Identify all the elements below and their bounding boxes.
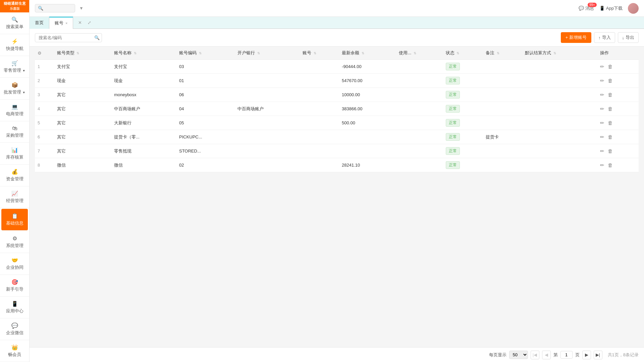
cell-bank-4 <box>235 116 300 130</box>
tab-expand-window[interactable]: ⤢ <box>85 19 93 27</box>
table-search-icon[interactable]: 🔍 <box>94 35 100 40</box>
sidebar-item-10[interactable]: ⚙系统管理 <box>0 231 29 253</box>
tab-accounts-label: 账号 <box>55 20 63 26</box>
nav-label-2: 零售管理 <box>4 68 21 73</box>
delete-btn-3[interactable]: 🗑 <box>608 106 613 112</box>
table-body: 1 支付宝 支付宝 03 -90444.00 正常 ✏ 🗑 2 现金 现金 01… <box>35 60 639 172</box>
edit-btn-2[interactable]: ✏ <box>600 92 604 98</box>
cell-num-6: 7 <box>35 144 54 158</box>
delete-btn-5[interactable]: 🗑 <box>608 134 613 140</box>
import-button[interactable]: ↑ 导入 <box>594 32 615 43</box>
cell-action-7: ✏ 🗑 <box>597 158 639 172</box>
last-page-btn[interactable]: ▶| <box>594 351 602 359</box>
sidebar-item-1[interactable]: ⚡快捷导航 <box>0 34 29 56</box>
sidebar-item-2[interactable]: 🛒零售管理 ▼ <box>0 56 29 78</box>
tab-accounts[interactable]: 账号 × <box>49 17 73 29</box>
import-icon: ↑ <box>598 35 601 40</box>
col-default-payment[interactable]: 默认结算方式 ⇅ <box>522 47 597 60</box>
cell-action-3: ✏ 🗑 <box>597 102 639 116</box>
edit-btn-3[interactable]: ✏ <box>600 106 604 112</box>
col-usage[interactable]: 使用... ⇅ <box>396 47 443 60</box>
col-settings[interactable]: ⚙ <box>35 47 54 60</box>
col-code[interactable]: 账号编码 ⇅ <box>176 47 235 60</box>
page-input[interactable] <box>560 351 573 359</box>
edit-btn-6[interactable]: ✏ <box>600 148 604 154</box>
add-account-button[interactable]: + 新增账号 <box>561 32 591 43</box>
col-balance[interactable]: 最新余额 ⇅ <box>339 47 396 60</box>
nav-label-15: 畅会员 <box>8 352 21 357</box>
header-search-input[interactable] <box>45 6 72 11</box>
col-bank[interactable]: 开户银行 ⇅ <box>235 47 300 60</box>
sidebar-item-13[interactable]: 📱应用中心 <box>0 297 29 318</box>
cell-code-3: 04 <box>176 102 235 116</box>
table-row: 5 其它 大新银行 05 500.00 正常 ✏ 🗑 <box>35 116 639 130</box>
table-search-input[interactable] <box>39 35 92 40</box>
sidebar-item-11[interactable]: 🤝企业协同 <box>0 253 29 275</box>
messages-btn[interactable]: 💬 消息 99+ <box>579 5 594 11</box>
cell-status-5: 正常 <box>443 130 483 144</box>
sidebar-item-4[interactable]: 💻电商管理 <box>0 100 29 121</box>
cell-remark-0 <box>483 60 522 74</box>
edit-btn-1[interactable]: ✏ <box>600 78 604 83</box>
header-search[interactable]: 🔍 <box>35 4 75 12</box>
cell-num-0: 1 <box>35 60 54 74</box>
col-type[interactable]: 账号类型 ⇅ <box>54 47 111 60</box>
cell-remark-3 <box>483 102 522 116</box>
cell-balance-2: 10000.00 <box>339 88 396 102</box>
edit-btn-7[interactable]: ✏ <box>600 162 604 168</box>
sidebar-item-8[interactable]: 📈经营管理 <box>0 186 29 208</box>
sidebar-item-0[interactable]: 🔍搜索菜单 <box>0 12 29 34</box>
col-name[interactable]: 账号名称 ⇅ <box>111 47 176 60</box>
tab-home[interactable]: 首页 <box>30 17 49 29</box>
edit-btn-5[interactable]: ✏ <box>600 134 604 140</box>
message-icon: 💬 <box>579 6 584 11</box>
delete-btn-6[interactable]: 🗑 <box>608 148 613 154</box>
table-row: 1 支付宝 支付宝 03 -90444.00 正常 ✏ 🗑 <box>35 60 639 74</box>
messages-badge: 99+ <box>588 3 597 7</box>
per-page-select[interactable]: 50 20 100 <box>509 351 528 359</box>
cell-account-0 <box>300 60 339 74</box>
app-download-btn[interactable]: 📱 App下载 <box>599 5 623 11</box>
delete-btn-1[interactable]: 🗑 <box>608 78 613 83</box>
col-remark[interactable]: 备注 ⇅ <box>483 47 522 60</box>
export-button[interactable]: ↓ 导出 <box>618 32 639 43</box>
page-suffix: 页 <box>575 352 580 358</box>
cell-remark-2 <box>483 88 522 102</box>
table-search-wrap[interactable]: 🔍 <box>35 33 102 42</box>
main-area: 🔍 ▼ 💬 消息 99+ 📱 App下载 首页 账号 <box>30 0 644 362</box>
nav-label-6: 库存核算 <box>6 155 23 160</box>
nav-icon-4: 💻 <box>3 104 26 110</box>
col-account[interactable]: 账号 ⇅ <box>300 47 339 60</box>
tab-close-window[interactable]: ✕ <box>76 19 84 27</box>
col-status[interactable]: 状态 ⇅ <box>443 47 483 60</box>
cell-action-0: ✏ 🗑 <box>597 60 639 74</box>
avatar-image <box>628 3 639 14</box>
sidebar-item-3[interactable]: 📦批发管理 ▼ <box>0 78 29 100</box>
nav-label-3: 批发管理 <box>4 89 21 95</box>
sidebar-item-7[interactable]: 💰资金管理 <box>0 165 29 186</box>
sidebar-item-14[interactable]: 💬企业微信 <box>0 318 29 340</box>
cell-bank-2 <box>235 88 300 102</box>
delete-btn-7[interactable]: 🗑 <box>608 162 613 168</box>
col-action: 操作 <box>597 47 639 60</box>
edit-btn-0[interactable]: ✏ <box>600 64 604 69</box>
pagination: 每页显示 50 20 100 |◀ ◀ 第 页 ▶ ▶| 共1页，8条记录 <box>30 347 644 362</box>
sidebar-item-12[interactable]: 🎯新手引导 <box>0 275 29 297</box>
sidebar-item-6[interactable]: 📊库存核算 <box>0 143 29 165</box>
first-page-btn[interactable]: |◀ <box>531 351 539 359</box>
user-avatar[interactable] <box>628 3 639 14</box>
sidebar-item-5[interactable]: 🛍采购管理 <box>0 121 29 143</box>
export-label: 导出 <box>626 35 634 41</box>
dropdown-arrow[interactable]: ▼ <box>79 6 84 11</box>
edit-btn-4[interactable]: ✏ <box>600 120 604 126</box>
next-page-btn[interactable]: ▶ <box>582 351 591 359</box>
tab-close-icon[interactable]: × <box>65 21 67 25</box>
delete-btn-2[interactable]: 🗑 <box>608 92 613 98</box>
sidebar-item-9[interactable]: 📋基础信息 <box>1 209 28 231</box>
cell-bank-0 <box>235 60 300 74</box>
sidebar-item-15[interactable]: 👑畅会员 <box>0 340 29 362</box>
prev-page-btn[interactable]: ◀ <box>542 351 551 359</box>
delete-btn-0[interactable]: 🗑 <box>608 64 613 69</box>
cell-default-payment-7 <box>522 158 597 172</box>
delete-btn-4[interactable]: 🗑 <box>608 120 613 126</box>
